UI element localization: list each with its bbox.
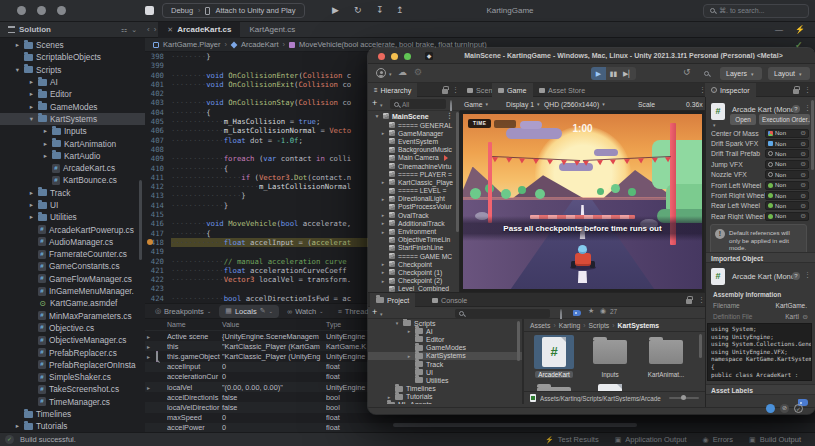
kebab-icon[interactable]: ⋮ — [804, 86, 811, 94]
solution-scrollbar[interactable] — [139, 180, 142, 260]
solution-tree-item[interactable]: ▸GameModes — [0, 100, 145, 112]
project-tree-item[interactable]: Editor — [368, 335, 522, 343]
resolution-dropdown[interactable]: QHD (2560x1440) ▾ — [544, 99, 605, 109]
collab-account-icon[interactable] — [766, 404, 775, 413]
execution-order-button[interactable]: Execution Order... — [759, 114, 810, 125]
object-field[interactable]: Non⊙ — [765, 149, 809, 158]
solution-tree-item[interactable]: #PrefabReplacer.cs — [0, 346, 145, 358]
debug-tab-watch[interactable]: ∞Watch⌄ — [281, 305, 330, 318]
hierarchy-item[interactable]: ▸Checkpoint (2) — [368, 277, 459, 285]
object-field[interactable]: Non⊙ — [765, 170, 809, 179]
debug-tab-locals[interactable]: ▦Locals✎⌄ — [219, 305, 279, 318]
project-tree-item[interactable]: ▸Tutorials — [368, 393, 522, 401]
hierarchy-item[interactable]: ===== PLAYER = — [368, 170, 459, 178]
solution-tree-item[interactable]: ▸KartAudio — [0, 150, 145, 162]
progress-check-icon[interactable]: ✓ — [794, 404, 803, 413]
inspector-scrollbar[interactable] — [811, 100, 814, 170]
step-out-icon[interactable]: ↥ — [396, 4, 404, 17]
hierarchy-item[interactable]: ===== LEVEL = — [368, 187, 459, 195]
window-zoom-button[interactable] — [57, 6, 66, 15]
solution-tree-item[interactable]: #AudioManager.cs — [0, 236, 145, 248]
inspector-property[interactable]: Rear Left WheelNon⊙ — [711, 201, 809, 211]
statusbar-test-results[interactable]: ⚡Test Results — [545, 435, 599, 444]
label-filter-icon[interactable] — [573, 310, 581, 316]
hierarchy-item[interactable]: EventSystem — [368, 137, 459, 145]
solution-tree-item[interactable]: #InGameMenuManager. — [0, 285, 145, 297]
solution-tree-item[interactable]: #Objective.cs — [0, 322, 145, 334]
project-tree-item[interactable]: ▸AI — [368, 327, 522, 335]
solution-tree-item[interactable]: #TakeScreenshot.cs — [0, 383, 145, 395]
nav-back-icon[interactable]: ‹ — [145, 25, 152, 34]
solution-tree-item[interactable]: #SimpleShaker.cs — [0, 371, 145, 383]
hierarchy-item[interactable]: ===== GENERAL — [368, 121, 459, 129]
thumbnail-size-slider[interactable] — [669, 397, 699, 399]
asset-item[interactable]: KartAnimat... — [642, 335, 690, 378]
inspector-property[interactable]: Drift Trail PrefabNon⊙ — [711, 149, 809, 159]
solution-tree-item[interactable]: #ObjectiveManager.cs — [0, 334, 145, 346]
hierarchy-item[interactable]: ▸Environment — [368, 227, 459, 235]
hierarchy-item[interactable]: BackgroundMusic — [368, 146, 459, 154]
solution-tree-item[interactable]: ▸Editor — [0, 88, 145, 100]
hierarchy-item[interactable]: ▸GameManager — [368, 129, 459, 137]
collapse-icon[interactable]: ⌄ — [131, 26, 137, 34]
project-tree-item[interactable]: ▸KartSystems — [368, 352, 522, 360]
solution-tree-item[interactable]: ▾Scripts — [0, 64, 145, 76]
add-icon[interactable]: + — [372, 307, 377, 317]
hierarchy-item[interactable]: ===== GAME MC — [368, 252, 459, 260]
kebab-icon[interactable]: ⋮ — [804, 271, 811, 279]
hierarchy-item[interactable]: CinemachineVirtu — [368, 162, 459, 170]
asset-grid-scrollbar[interactable] — [699, 334, 702, 358]
inspector-property[interactable]: Jump VFXNon⊙ — [711, 159, 809, 169]
project-tree-item[interactable]: ▾Scripts — [368, 319, 522, 327]
horizontal-scrollbar[interactable] — [393, 423, 637, 427]
lock-icon[interactable] — [442, 89, 448, 94]
unity-zoom-button[interactable] — [404, 53, 411, 60]
solution-tree-item[interactable]: ▸Inputs — [0, 125, 145, 137]
solution-tree-item[interactable]: #MinMaxParameters.cs — [0, 310, 145, 322]
solution-tree-item[interactable]: #ArcadeKart.cs — [0, 162, 145, 174]
solution-tree-item[interactable]: Timelines — [0, 408, 145, 420]
lock-icon[interactable] — [686, 299, 692, 304]
statusbar-application-output[interactable]: ▣Application Output — [615, 435, 687, 444]
object-field[interactable]: Non⊙ — [765, 201, 809, 210]
editor-tab-arcadekart-cs[interactable]: ✕ArcadeKart.cs — [158, 22, 240, 38]
hide-icon[interactable]: — — [775, 25, 783, 34]
hierarchy-item[interactable]: StartFinishLine — [368, 244, 459, 252]
object-field[interactable]: Non⊙ — [765, 160, 809, 169]
project-search-input[interactable] — [455, 309, 550, 318]
solution-tree-item[interactable]: #PrefabReplacerOnInsta — [0, 359, 145, 371]
solution-tree-item[interactable]: ▸UI — [0, 199, 145, 211]
undo-history-icon[interactable]: ↺ — [683, 66, 691, 78]
unity-search-icon[interactable] — [704, 71, 709, 76]
hierarchy-item[interactable]: ▸OvalTrack — [368, 211, 459, 219]
inspector-property[interactable]: Front Right WheelNon⊙ — [711, 190, 809, 200]
solution-panel-header[interactable]: Solution ⚏ ⌄ — [0, 22, 145, 37]
statusbar-errors[interactable]: ◉Errors — [703, 435, 734, 444]
restart-button[interactable]: ↻ — [354, 4, 362, 17]
window-close-button[interactable] — [17, 6, 26, 15]
hierarchy-item[interactable]: ▸Checkpoint (1) — [368, 268, 459, 276]
hierarchy-item[interactable]: ▸KartClassic_Playe — [368, 178, 459, 186]
search-input[interactable]: ⌘. to search... — [703, 4, 809, 18]
lock-icon[interactable] — [793, 89, 799, 94]
help-icon[interactable]: ? — [792, 105, 800, 113]
open-button[interactable]: Open — [730, 114, 756, 125]
solution-tree-item[interactable]: #TimeManager.cs — [0, 396, 145, 408]
statusbar-build-output[interactable]: ▣Build Output — [749, 435, 801, 444]
solution-tree-item[interactable]: ▸AI — [0, 76, 145, 88]
inspector-property[interactable]: Center Of MassNon⊙ — [711, 128, 809, 138]
definition-file-value[interactable]: KartI — [785, 313, 799, 320]
solution-tree-item[interactable]: ▸Tutorials — [0, 420, 145, 432]
project-tree-scrollbar[interactable] — [517, 321, 520, 361]
run-configuration[interactable]: Debug › Attach to Unity and Play — [162, 3, 305, 18]
pause-button[interactable]: ▮▮ — [606, 67, 621, 80]
object-field[interactable]: Non⊙ — [765, 191, 809, 200]
solution-tree-item[interactable]: ▸Track — [0, 187, 145, 199]
project-tree-item[interactable]: ▸ML-Agents — [368, 401, 522, 404]
play-button[interactable]: ▶ — [591, 67, 606, 80]
hierarchy-search-input[interactable]: All — [390, 99, 446, 109]
step-button[interactable]: ▶▏ — [621, 67, 636, 80]
unity-close-button[interactable] — [378, 53, 385, 60]
asset-item[interactable] — [530, 382, 578, 391]
hierarchy-scrollbar[interactable] — [456, 112, 459, 232]
